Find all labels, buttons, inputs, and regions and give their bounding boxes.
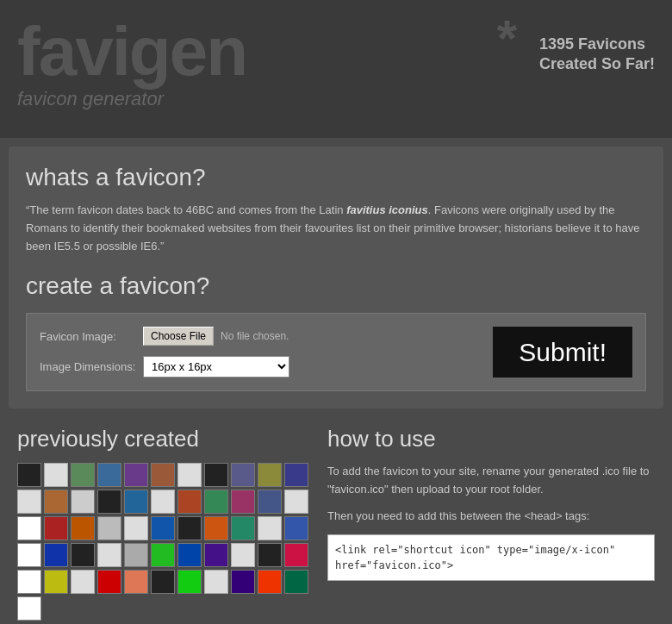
favicon-thumb[interactable] — [17, 570, 41, 594]
favicon-thumb[interactable] — [177, 543, 202, 567]
favicon-thumb[interactable] — [284, 516, 308, 540]
submit-button[interactable]: Submit! — [493, 327, 632, 378]
dimensions-label: Image Dimensions: — [40, 360, 143, 373]
favicon-form: Favicon Image: Choose File No file chose… — [26, 313, 646, 391]
favicon-thumb[interactable] — [204, 570, 228, 594]
favicon-thumb[interactable] — [204, 543, 228, 567]
favicon-thumb[interactable] — [177, 570, 202, 594]
favicon-thumb[interactable] — [284, 543, 308, 567]
favicon-thumb[interactable] — [17, 516, 41, 540]
how-to-use-title: how to use — [327, 426, 655, 452]
favicon-thumb[interactable] — [151, 543, 175, 567]
favicon-thumb[interactable] — [231, 490, 255, 514]
whats-favicon-description: “The term favicon dates back to 46BC and… — [26, 202, 646, 255]
favicon-thumb[interactable] — [258, 516, 282, 540]
asterisk-decoration: * — [497, 9, 517, 68]
previously-created-section: previously created — [9, 417, 319, 624]
bottom-section: previously created how to use To add the… — [9, 417, 663, 624]
favicon-thumb[interactable] — [71, 490, 95, 514]
previously-created-title: previously created — [17, 426, 310, 452]
favicon-image-label: Favicon Image: — [40, 330, 143, 343]
favicon-thumb[interactable] — [231, 463, 255, 487]
favicon-thumb[interactable] — [97, 463, 121, 487]
site-subtitle: favicon generator — [17, 88, 655, 110]
favicon-thumb[interactable] — [124, 570, 148, 594]
favicon-thumb[interactable] — [17, 463, 41, 487]
text-italic: favitius iconius — [346, 203, 428, 216]
whats-favicon-title: whats a favicon? — [26, 164, 646, 191]
favicon-thumb[interactable] — [284, 463, 308, 487]
favicon-thumb[interactable] — [231, 570, 255, 594]
form-fields: Favicon Image: Choose File No file chose… — [40, 327, 484, 378]
favicon-thumb[interactable] — [284, 490, 308, 514]
favicon-thumb[interactable] — [204, 463, 228, 487]
favicon-thumb[interactable] — [231, 543, 255, 567]
favicon-thumb[interactable] — [177, 516, 202, 540]
favicon-image-row: Favicon Image: Choose File No file chose… — [40, 327, 484, 346]
count-line1: 1395 Favicons — [539, 35, 645, 53]
favicon-thumb[interactable] — [71, 570, 95, 594]
code-block: <link rel="shortcut icon" type="image/x-… — [327, 534, 655, 581]
favicon-thumb[interactable] — [284, 570, 308, 594]
favicon-thumb[interactable] — [71, 516, 95, 540]
no-file-text: No file chosen. — [221, 330, 289, 342]
favicon-thumb[interactable] — [258, 463, 282, 487]
favicon-thumb[interactable] — [44, 543, 68, 567]
favicon-thumb[interactable] — [97, 516, 121, 540]
dimensions-select[interactable]: 16px x 16px32px x 32px48px x 48px — [143, 356, 289, 378]
dimensions-row: Image Dimensions: 16px x 16px32px x 32px… — [40, 356, 484, 378]
favicon-thumb[interactable] — [151, 570, 175, 594]
text-prefix: “The term favicon dates back to 46BC and… — [26, 203, 346, 216]
favicon-thumb[interactable] — [124, 516, 148, 540]
count-line2: Created So Far! — [539, 55, 655, 72]
favicon-thumb[interactable] — [151, 516, 175, 540]
favicon-thumb[interactable] — [17, 596, 41, 621]
how-to-use-para1: To add the favicon to your site, rename … — [327, 463, 655, 499]
main-content-box: whats a favicon? “The term favicon dates… — [9, 147, 663, 409]
favicon-thumb[interactable] — [177, 463, 202, 487]
favicon-grid — [17, 463, 310, 621]
favicon-count: 1395 Favicons Created So Far! — [539, 34, 655, 75]
favicon-thumb[interactable] — [258, 543, 282, 567]
create-favicon-title: create a favicon? — [26, 272, 646, 300]
favicon-thumb[interactable] — [71, 543, 95, 567]
favicon-thumb[interactable] — [97, 490, 121, 514]
favicon-thumb[interactable] — [258, 570, 282, 594]
favicon-thumb[interactable] — [124, 463, 148, 487]
favicon-thumb[interactable] — [231, 516, 255, 540]
favicon-thumb[interactable] — [204, 490, 228, 514]
favicon-thumb[interactable] — [177, 490, 202, 514]
how-to-use-section: how to use To add the favicon to your si… — [319, 417, 663, 624]
favicon-thumb[interactable] — [17, 543, 41, 567]
favicon-thumb[interactable] — [17, 490, 41, 514]
favicon-thumb[interactable] — [151, 463, 175, 487]
favicon-thumb[interactable] — [44, 516, 68, 540]
favicon-thumb[interactable] — [204, 516, 228, 540]
how-to-use-para2: Then you need to add this between the <h… — [327, 508, 655, 526]
favicon-thumb[interactable] — [124, 490, 148, 514]
favicon-thumb[interactable] — [71, 463, 95, 487]
favicon-thumb[interactable] — [124, 543, 148, 567]
favicon-thumb[interactable] — [97, 543, 121, 567]
page-header: favigen favicon generator * 1395 Favicon… — [0, 0, 672, 138]
favicon-thumb[interactable] — [258, 490, 282, 514]
favicon-thumb[interactable] — [151, 490, 175, 514]
file-input-wrapper: Choose File No file chosen. — [143, 327, 289, 346]
favicon-thumb[interactable] — [44, 570, 68, 594]
choose-file-button[interactable]: Choose File — [143, 327, 214, 346]
create-favicon-section: create a favicon? Favicon Image: Choose … — [26, 272, 646, 391]
favicon-thumb[interactable] — [44, 463, 68, 487]
favicon-thumb[interactable] — [97, 570, 121, 594]
favicon-thumb[interactable] — [44, 490, 68, 514]
